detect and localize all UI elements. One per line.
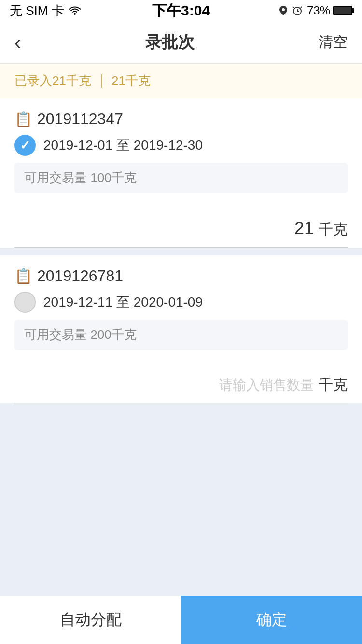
nav-bar: ‹ 录批次 清空 xyxy=(0,21,362,64)
batch-date-row-2: 2019-12-11 至 2020-01-09 xyxy=(14,292,348,313)
info-bar: 已录入21千克 21千克 xyxy=(0,64,362,98)
batch-item-1[interactable]: 📋 2019112347 2019-12-01 至 2019-12-30 可用交… xyxy=(0,98,362,248)
battery-icon xyxy=(333,6,352,15)
input-unit-2: 千克 xyxy=(319,375,348,395)
batch-qty-text-1: 可用交易量 100千克 xyxy=(24,170,137,185)
alarm-icon xyxy=(292,5,302,16)
carrier-text: 无 SIM 卡 xyxy=(10,2,64,19)
recorded-value: 21千克 xyxy=(111,72,151,89)
recorded-label: 已录入21千克 xyxy=(14,72,91,89)
amount-value-1: 21 xyxy=(294,218,314,238)
clear-button[interactable]: 清空 xyxy=(319,32,348,52)
status-time: 下午3:04 xyxy=(152,1,210,21)
batch-qty-box-1: 可用交易量 100千克 xyxy=(14,163,348,193)
section-divider xyxy=(0,248,362,255)
status-right: 73% xyxy=(279,4,352,17)
amount-row-1: 21 千克 xyxy=(0,210,362,247)
batch-id-text-2: 2019126781 xyxy=(37,267,123,285)
info-divider xyxy=(101,74,102,88)
svg-point-0 xyxy=(74,13,76,15)
batch-checkbox-1[interactable] xyxy=(14,135,36,156)
batch-checkbox-2[interactable] xyxy=(14,292,36,313)
back-button[interactable]: ‹ xyxy=(14,33,21,52)
batch-date-row-1: 2019-12-01 至 2019-12-30 xyxy=(14,135,348,156)
confirm-button[interactable]: 确定 xyxy=(181,596,362,644)
svg-line-5 xyxy=(293,7,294,8)
batch-qty-text-2: 可用交易量 200千克 xyxy=(24,327,137,342)
batch-icon-1: 📋 xyxy=(14,111,32,127)
bottom-bar: 自动分配 确定 xyxy=(0,596,362,644)
wifi-icon xyxy=(68,6,82,15)
svg-point-1 xyxy=(282,8,285,11)
status-left: 无 SIM 卡 xyxy=(10,2,82,19)
batch-icon-2: 📋 xyxy=(14,267,32,284)
battery-text: 73% xyxy=(307,4,330,17)
batch-id-row-1: 📋 2019112347 xyxy=(14,110,348,128)
page-title: 录批次 xyxy=(145,31,195,54)
auto-distribute-button[interactable]: 自动分配 xyxy=(0,596,181,644)
batch-qty-box-2: 可用交易量 200千克 xyxy=(14,320,348,350)
svg-line-6 xyxy=(301,7,302,8)
gray-area xyxy=(0,403,362,625)
batch-id-text-1: 2019112347 xyxy=(37,110,123,128)
input-row-2: 请输入销售数量 千克 xyxy=(0,367,362,403)
amount-unit-1: 千克 xyxy=(319,220,348,239)
batch-date-text-1: 2019-12-01 至 2019-12-30 xyxy=(43,136,203,154)
location-icon xyxy=(279,5,288,16)
batch-id-row-2: 📋 2019126781 xyxy=(14,267,348,285)
batch-item-2[interactable]: 📋 2019126781 2019-12-11 至 2020-01-09 可用交… xyxy=(0,255,362,403)
status-bar: 无 SIM 卡 下午3:04 73% xyxy=(0,0,362,21)
batch-date-text-2: 2019-12-11 至 2020-01-09 xyxy=(43,293,203,311)
input-placeholder-2: 请输入销售数量 xyxy=(219,376,314,394)
